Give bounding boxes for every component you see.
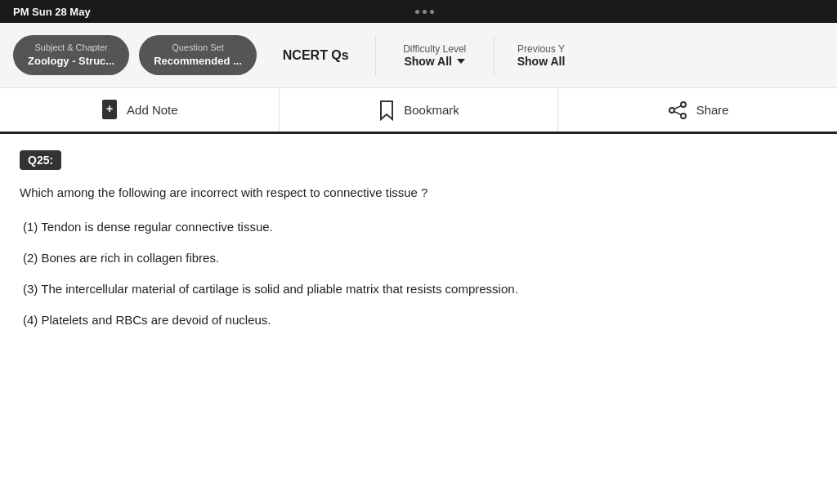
filter-bar: Subject & Chapter Zoology - Struc... Que… — [0, 23, 837, 88]
difficulty-value: Show All — [404, 55, 465, 68]
question-text: Which among the following are incorrect … — [20, 183, 817, 203]
main-content: Q25: Which among the following are incor… — [0, 134, 837, 504]
ncert-filter[interactable]: NCERT Qs — [266, 42, 365, 69]
previous-label: Previous Y — [517, 43, 565, 55]
option-3[interactable]: (3) The intercellular material of cartil… — [20, 279, 817, 299]
add-note-icon: + — [101, 100, 119, 121]
question-number-badge: Q25: — [20, 150, 61, 170]
subject-chapter-value: Zoology - Struc... — [28, 54, 114, 69]
status-bar-left: PM Sun 28 May — [13, 6, 91, 18]
svg-point-2 — [681, 102, 686, 107]
dot-2 — [423, 10, 427, 14]
svg-point-4 — [669, 108, 674, 113]
subject-chapter-filter[interactable]: Subject & Chapter Zoology - Struc... — [13, 35, 129, 76]
svg-text:+: + — [106, 102, 113, 115]
share-button[interactable]: Share — [558, 88, 837, 132]
dot-3 — [430, 10, 434, 14]
share-icon — [667, 101, 688, 119]
question-set-filter[interactable]: Question Set Recommended ... — [139, 35, 257, 76]
bookmark-icon — [378, 100, 396, 121]
difficulty-label: Difficulty Level — [403, 43, 466, 55]
dot-1 — [415, 10, 419, 14]
question-set-label: Question Set — [172, 42, 224, 54]
difficulty-chevron-icon — [457, 59, 465, 64]
option-4[interactable]: (4) Platelets and RBCs are devoid of nuc… — [20, 310, 817, 330]
option-2[interactable]: (2) Bones are rich in collagen fibres. — [20, 248, 817, 268]
filter-divider-1 — [375, 35, 376, 76]
toolbar: + Add Note Bookmark Share — [0, 88, 837, 134]
ncert-label: NCERT Qs — [283, 48, 349, 62]
svg-line-6 — [674, 111, 681, 114]
filter-divider-2 — [494, 35, 495, 76]
previous-year-filter[interactable]: Previous Y Show All — [504, 37, 579, 74]
difficulty-filter[interactable]: Difficulty Level Show All — [386, 37, 484, 74]
bookmark-label: Bookmark — [404, 103, 459, 117]
question-set-value: Recommended ... — [154, 54, 242, 69]
status-time: PM Sun 28 May — [13, 6, 91, 18]
subject-chapter-label: Subject & Chapter — [34, 42, 107, 54]
share-label: Share — [696, 103, 729, 117]
status-bar-dots — [415, 10, 434, 14]
add-note-button[interactable]: + Add Note — [0, 88, 280, 132]
status-bar: PM Sun 28 May — [0, 0, 837, 23]
bookmark-button[interactable]: Bookmark — [280, 88, 559, 132]
svg-line-5 — [674, 105, 681, 109]
option-1[interactable]: (1) Tendon is dense regular connective t… — [20, 217, 817, 237]
add-note-label: Add Note — [127, 103, 178, 117]
previous-value: Show All — [517, 55, 566, 68]
svg-point-3 — [681, 114, 686, 118]
